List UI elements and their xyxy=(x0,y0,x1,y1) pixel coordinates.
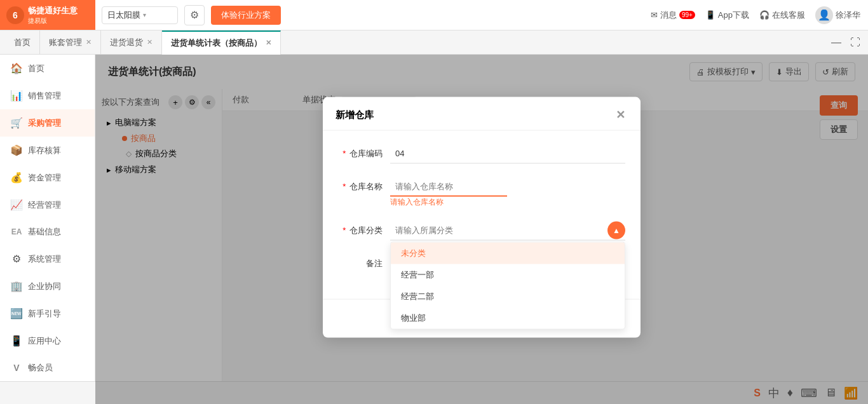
sidebar: 🏠 首页 📊 销售管理 🛒 采购管理 📦 库存核算 💰 资金管理 📈 经营管理 … xyxy=(0,55,95,404)
tab-purchase-return-label: 进货退货 xyxy=(110,37,143,48)
tab-purchase-stats-label: 进货单统计表（按商品） xyxy=(171,37,262,49)
dropdown-input-row: ▲ xyxy=(390,220,625,241)
dropdown-toggle-icon[interactable]: ▲ xyxy=(607,221,625,239)
tab-right-controls: — ⛶ xyxy=(829,37,863,48)
dropdown-option-dept2[interactable]: 经营二部 xyxy=(391,286,625,307)
tab-maximize-icon[interactable]: ⛶ xyxy=(848,37,863,48)
user-profile-btn[interactable]: 👤 徐泽华 xyxy=(815,6,860,24)
warehouse-code-input[interactable] xyxy=(390,144,625,164)
sidebar-item-system[interactable]: ⚙ 系统管理 xyxy=(0,245,95,273)
sidebar-item-operations[interactable]: 📈 经营管理 xyxy=(0,191,95,219)
sidebar-item-sales[interactable]: 📊 销售管理 xyxy=(0,82,95,109)
sidebar-item-basic[interactable]: EA 基础信息 xyxy=(0,219,95,245)
trial-button[interactable]: 体验行业方案 xyxy=(211,6,281,25)
required-mark: * xyxy=(342,149,346,158)
sidebar-item-guide[interactable]: 🆕 新手引导 xyxy=(0,300,95,327)
sidebar-item-stock[interactable]: 📦 库存核算 xyxy=(0,137,95,164)
warehouse-code-row: * 仓库编码 xyxy=(338,144,625,164)
top-header: 6 畅捷通好生意 捷易版 日太阳膜 ▾ ⚙ 体验行业方案 ✉ 消息 99+ 📱 … xyxy=(0,0,868,30)
sidebar-item-vip-label: 畅会员 xyxy=(28,362,53,374)
tab-home[interactable]: 首页 xyxy=(5,30,40,55)
online-service-btn[interactable]: 🎧 在线客服 xyxy=(759,10,805,21)
modal-body: * 仓库编码 * 仓库名称 请输入仓库名称 xyxy=(323,131,641,299)
home-icon: 🏠 xyxy=(10,62,23,74)
purchase-icon: 🛒 xyxy=(10,117,23,129)
sidebar-item-home[interactable]: 🏠 首页 xyxy=(0,55,95,82)
logo-icon: 6 xyxy=(6,6,24,24)
message-icon: ✉ xyxy=(651,10,658,20)
apps-icon: 📱 xyxy=(10,335,23,347)
avatar: 👤 xyxy=(815,6,833,24)
tab-purchase-return[interactable]: 进货退货 ✕ xyxy=(101,30,162,55)
message-badge: 99+ xyxy=(679,11,695,19)
tab-accounts[interactable]: 账套管理 ✕ xyxy=(40,30,101,55)
tab-bar: 首页 账套管理 ✕ 进货退货 ✕ 进货单统计表（按商品） ✕ — ⛶ xyxy=(0,30,868,55)
store-selector[interactable]: 日太阳膜 ▾ xyxy=(102,6,178,24)
sidebar-item-operations-label: 经营管理 xyxy=(28,199,61,211)
sidebar-item-enterprise-label: 企业协同 xyxy=(28,281,61,292)
header-right: ✉ 消息 99+ 📱 App下载 🎧 在线客服 👤 徐泽华 xyxy=(651,6,860,24)
dropdown-option-dept1[interactable]: 经营一部 xyxy=(391,264,625,286)
warehouse-name-error: 请输入仓库名称 xyxy=(338,197,444,208)
logo-area: 6 畅捷通好生意 捷易版 xyxy=(0,0,95,30)
tab-home-label: 首页 xyxy=(14,37,31,48)
warehouse-name-input-row: * 仓库名称 xyxy=(338,177,507,197)
sidebar-item-apps[interactable]: 📱 应用中心 xyxy=(0,327,95,354)
sidebar-item-system-label: 系统管理 xyxy=(28,253,61,265)
sidebar-item-vip[interactable]: V 畅会员 xyxy=(0,354,95,381)
tab-minimize-icon[interactable]: — xyxy=(829,37,844,48)
sidebar-item-purchase[interactable]: 🛒 采购管理 xyxy=(0,109,95,137)
error-message: 请输入仓库名称 xyxy=(390,198,444,206)
stock-icon: 📦 xyxy=(10,144,23,156)
message-btn[interactable]: ✉ 消息 99+ xyxy=(651,10,695,21)
warehouse-code-label: * 仓库编码 xyxy=(338,144,383,164)
required-mark-2: * xyxy=(342,182,346,191)
finance-icon: 💰 xyxy=(10,172,23,184)
modal-close-icon[interactable]: ✕ xyxy=(613,107,628,123)
tab-purchase-return-close-icon[interactable]: ✕ xyxy=(147,38,153,46)
sidebar-item-home-label: 首页 xyxy=(28,63,44,74)
store-name: 日太阳膜 xyxy=(107,10,140,21)
settings-icon[interactable]: ⚙ xyxy=(184,5,205,25)
phone-icon: 📱 xyxy=(705,10,715,20)
sales-icon: 📊 xyxy=(10,90,23,102)
warehouse-category-label: * 仓库分类 xyxy=(338,220,383,241)
category-input[interactable] xyxy=(390,223,607,238)
sidebar-item-purchase-label: 采购管理 xyxy=(28,118,61,129)
tab-purchase-stats-close-icon[interactable]: ✕ xyxy=(266,39,271,47)
dropdown-option-dept3[interactable]: 物业部 xyxy=(391,307,625,329)
main-layout: 🏠 首页 📊 销售管理 🛒 采购管理 📦 库存核算 💰 资金管理 📈 经营管理 … xyxy=(0,55,868,404)
warehouse-remark-label: 备注 xyxy=(338,253,383,274)
category-dropdown-list: 未分类 经营一部 经营二部 物业部 xyxy=(390,242,625,330)
headset-icon: 🎧 xyxy=(759,10,770,20)
sidebar-item-basic-label: 基础信息 xyxy=(28,226,61,238)
tab-accounts-label: 账套管理 xyxy=(49,37,82,48)
add-warehouse-modal: 新增仓库 ✕ * 仓库编码 * 仓库名称 xyxy=(323,97,641,338)
modal-title: 新增仓库 xyxy=(336,109,374,121)
tab-purchase-stats[interactable]: 进货单统计表（按商品） ✕ xyxy=(162,30,281,55)
logo-text: 畅捷通好生意 捷易版 xyxy=(28,5,78,25)
sidebar-item-enterprise[interactable]: 🏢 企业协同 xyxy=(0,273,95,300)
warehouse-name-label: * 仓库名称 xyxy=(338,177,383,197)
sidebar-item-apps-label: 应用中心 xyxy=(28,335,61,347)
tab-accounts-close-icon[interactable]: ✕ xyxy=(86,38,92,46)
sidebar-item-finance-label: 资金管理 xyxy=(28,172,61,184)
operations-icon: 📈 xyxy=(10,199,23,211)
sidebar-item-stock-label: 库存核算 xyxy=(28,145,61,156)
sidebar-item-guide-label: 新手引导 xyxy=(28,308,61,320)
guide-icon: 🆕 xyxy=(10,307,23,320)
warehouse-category-dropdown: ▲ 未分类 经营一部 经营二部 物业部 xyxy=(390,220,625,241)
sidebar-item-sales-label: 销售管理 xyxy=(28,90,61,102)
content-area: 进货单统计(按商品) 🖨 按模板打印 ▾ ⬇ 导出 ↺ 刷新 xyxy=(95,55,868,404)
system-icon: ⚙ xyxy=(10,253,23,265)
modal-header: 新增仓库 ✕ xyxy=(323,97,641,131)
sidebar-item-finance[interactable]: 💰 资金管理 xyxy=(0,164,95,191)
vip-icon: V xyxy=(10,363,23,373)
basic-info-icon: EA xyxy=(10,227,23,236)
required-mark-3: * xyxy=(342,226,346,235)
warehouse-name-row: * 仓库名称 请输入仓库名称 xyxy=(338,177,625,208)
app-download-btn[interactable]: 📱 App下载 xyxy=(705,10,749,21)
warehouse-name-input[interactable] xyxy=(390,177,507,197)
dropdown-option-none[interactable]: 未分类 xyxy=(391,243,625,264)
enterprise-icon: 🏢 xyxy=(10,280,23,292)
